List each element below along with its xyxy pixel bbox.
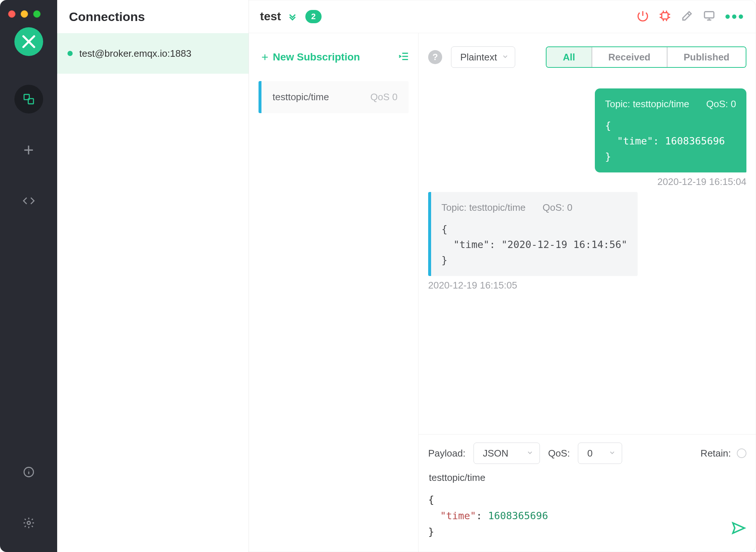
window-traffic-lights[interactable] xyxy=(8,10,41,18)
send-button[interactable] xyxy=(731,520,746,539)
svg-rect-6 xyxy=(662,13,668,19)
connections-header: Connections xyxy=(57,0,249,33)
main-pane: test 2 ••• xyxy=(249,0,756,552)
messages-toolbar: ? Plaintext All Received Published xyxy=(419,33,756,81)
publish-payload-input[interactable]: { "time": 1608365696 } xyxy=(428,492,724,539)
header-actions: ••• xyxy=(637,10,745,24)
unread-badge: 2 xyxy=(305,10,322,23)
new-subscription-button[interactable]: + New Subscription xyxy=(261,50,360,64)
qos-select[interactable]: 0 xyxy=(578,443,622,464)
message-timestamp: 2020-12-19 16:15:04 xyxy=(658,176,746,188)
connection-label: test@broker.emqx.io:1883 xyxy=(79,48,191,59)
plus-icon: + xyxy=(261,50,268,64)
svg-point-4 xyxy=(28,469,29,470)
edit-icon[interactable] xyxy=(681,10,693,24)
status-dot-icon xyxy=(67,51,73,56)
subscriptions-pane: + New Subscription testtopic/time QoS 0 xyxy=(249,33,419,552)
message-qos: QoS: 0 xyxy=(542,200,572,215)
nav-connections[interactable] xyxy=(14,85,43,113)
collapse-subscriptions-icon[interactable] xyxy=(398,50,410,64)
retain-toggle[interactable] xyxy=(737,448,746,458)
app-logo xyxy=(14,27,43,56)
message-payload: { "time": 1608365696 } xyxy=(605,118,736,164)
main-header: test 2 ••• xyxy=(249,0,756,33)
expand-connection-icon[interactable] xyxy=(288,12,297,21)
nav-info[interactable] xyxy=(14,458,43,486)
message-filter-segment: All Received Published xyxy=(546,46,746,68)
nav-new[interactable]: + xyxy=(14,136,43,164)
filter-received[interactable]: Received xyxy=(592,47,667,67)
message-stream[interactable]: Topic: testtopic/time QoS: 0 { "time": 1… xyxy=(419,81,756,434)
connection-item[interactable]: test@broker.emqx.io:1883 xyxy=(57,33,249,74)
retain-label: Retain: xyxy=(701,448,731,459)
subscription-qos: QoS 0 xyxy=(370,91,398,103)
chip-icon[interactable] xyxy=(659,10,671,24)
format-select-value: Plaintext xyxy=(460,52,497,63)
nav-rail: + xyxy=(0,0,57,552)
new-subscription-label: New Subscription xyxy=(273,51,360,63)
nav-scripts[interactable] xyxy=(14,186,43,215)
format-select[interactable]: Plaintext xyxy=(451,46,515,68)
help-icon[interactable]: ? xyxy=(428,50,442,64)
subscription-topic: testtopic/time xyxy=(273,91,329,103)
messages-pane: ? Plaintext All Received Published xyxy=(419,33,756,552)
message-sent: Topic: testtopic/time QoS: 0 { "time": 1… xyxy=(595,88,746,172)
connections-panel: Connections test@broker.emqx.io:1883 xyxy=(57,0,249,552)
message-timestamp: 2020-12-19 16:15:05 xyxy=(428,280,517,291)
payload-type-select[interactable]: JSON xyxy=(474,443,540,464)
chevron-down-icon xyxy=(502,52,509,63)
chevron-down-icon xyxy=(608,448,616,459)
payload-type-value: JSON xyxy=(483,448,508,459)
svg-rect-15 xyxy=(704,11,714,18)
message-topic: Topic: testtopic/time xyxy=(441,200,526,215)
message-qos: QoS: 0 xyxy=(706,97,736,111)
disconnect-icon[interactable] xyxy=(637,10,649,24)
message-received: Topic: testtopic/time QoS: 0 { "time": "… xyxy=(428,192,638,276)
qos-value: 0 xyxy=(587,448,592,459)
chevron-down-icon xyxy=(526,448,534,459)
svg-point-5 xyxy=(27,521,30,525)
connection-title: test xyxy=(260,10,281,23)
filter-published[interactable]: Published xyxy=(667,47,746,67)
zoom-window-icon[interactable] xyxy=(33,10,41,18)
monitor-icon[interactable] xyxy=(703,10,715,24)
qos-label: QoS: xyxy=(548,448,570,459)
filter-all[interactable]: All xyxy=(547,47,592,67)
payload-label: Payload: xyxy=(428,448,465,459)
publish-composer: Payload: JSON QoS: 0 Retain: xyxy=(419,434,756,552)
message-topic: Topic: testtopic/time xyxy=(605,97,689,111)
message-payload: { "time": "2020-12-19 16:14:56" } xyxy=(441,221,627,268)
close-window-icon[interactable] xyxy=(8,10,15,18)
subscription-item[interactable]: testtopic/time QoS 0 xyxy=(259,81,409,113)
nav-settings[interactable] xyxy=(14,509,43,537)
minimize-window-icon[interactable] xyxy=(21,10,28,18)
publish-topic-input[interactable] xyxy=(428,470,746,486)
